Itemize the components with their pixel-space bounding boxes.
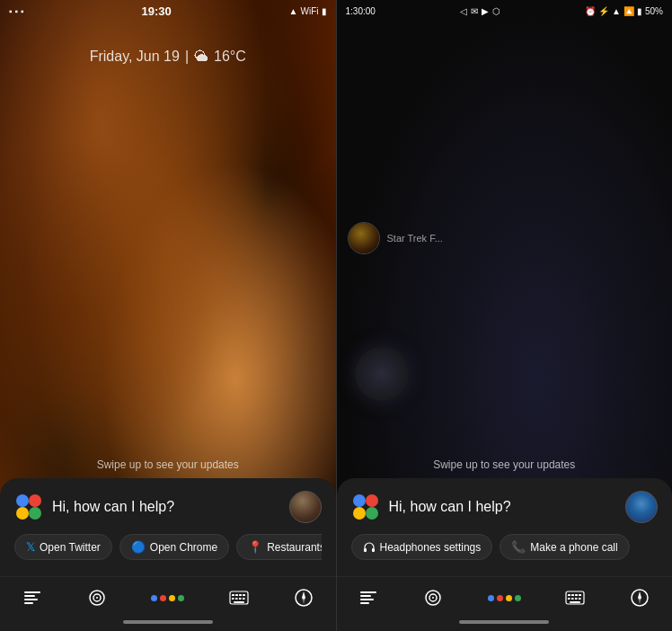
chip-twitter[interactable]: 𝕏 Open Twitter: [14, 534, 112, 560]
chip-headphones[interactable]: Headphones settings: [351, 534, 493, 560]
svg-rect-11: [243, 594, 245, 596]
camera-icon-right: [423, 588, 443, 608]
svg-rect-30: [568, 594, 570, 596]
toolbar-camera-btn-left[interactable]: [80, 584, 114, 611]
keyboard-icon-right: [565, 591, 585, 605]
svg-rect-25: [360, 602, 369, 604]
svg-rect-2: [24, 599, 38, 600]
headphones-chip-icon: [363, 541, 376, 554]
svg-rect-31: [571, 594, 574, 596]
swipe-hint-left: Swipe up to see your updates: [0, 458, 336, 478]
svg-rect-16: [234, 601, 244, 603]
home-bar-right: [459, 620, 549, 624]
signal-right-icon: ▲: [612, 6, 621, 16]
notification-icon-2: ▪: [15, 6, 19, 16]
chip-maps[interactable]: 📍 Restaurants near: [236, 534, 321, 560]
chip-headphones-label: Headphones settings: [380, 541, 482, 554]
home-indicator-right: [337, 617, 673, 631]
assistant-greeting-left: Hi, how can I help?: [52, 499, 280, 515]
twitter-icon: 𝕏: [26, 540, 35, 554]
notification-icon-1: ▪: [9, 6, 13, 16]
svg-rect-10: [239, 594, 242, 596]
toolbar-right: [337, 576, 673, 617]
svg-rect-38: [570, 601, 580, 603]
chip-maps-label: Restaurants near: [267, 541, 321, 554]
dot-red-r: [366, 494, 378, 507]
dot-tb-yellow-r: [506, 595, 512, 601]
alarm-icon: ⏰: [585, 6, 596, 16]
photos-icon: ⬡: [492, 6, 500, 16]
date-widget: Friday, Jun 19 | 🌥 16°C: [0, 49, 336, 65]
camera-icon-left: [87, 588, 107, 608]
yt-icon: ▶: [482, 6, 489, 16]
dot-green-r: [366, 507, 378, 520]
toolbar-camera-btn-right[interactable]: [416, 584, 450, 611]
weather-icon: 🌥: [194, 49, 208, 65]
battery-pct: 50%: [645, 6, 663, 16]
maps-icon: 📍: [248, 540, 262, 554]
album-art-image: [349, 223, 379, 253]
toolbar-feed-btn-right[interactable]: [351, 584, 385, 611]
svg-rect-15: [243, 598, 245, 600]
svg-rect-34: [568, 598, 570, 600]
nav-icon: ◁: [460, 6, 467, 16]
dot-blue-r: [353, 494, 366, 507]
compass-icon-right: [630, 588, 650, 608]
status-icons-right-left: ▲ WiFi ▮: [289, 6, 327, 16]
suggestion-chips-right: Headphones settings 📞 Make a phone call: [351, 534, 659, 560]
home-bar-left: [123, 620, 213, 624]
svg-rect-22: [360, 591, 376, 593]
google-dots-icon-right: [351, 493, 380, 521]
dot-tb-green-r: [515, 595, 521, 601]
svg-rect-23: [360, 595, 371, 597]
assistant-panel-left: Hi, how can I help? 𝕏 Open Twitter 🔵 Ope…: [0, 478, 336, 576]
status-right-icons: ⏰ ⚡ ▲ 🔼 ▮ 50%: [585, 6, 663, 16]
toolbar-keyboard-btn-right[interactable]: [558, 587, 592, 609]
toolbar-dots-btn-right[interactable]: [481, 591, 528, 605]
toolbar-feed-btn-left[interactable]: [15, 584, 49, 611]
phone-icon: 📞: [511, 540, 526, 554]
avatar-left[interactable]: [289, 491, 322, 523]
svg-point-6: [96, 597, 98, 599]
status-icons-left: ▪ ▪ ▪: [9, 6, 24, 16]
svg-rect-0: [24, 591, 40, 593]
dot-tb-red-r: [497, 595, 503, 601]
status-time-left: 19:30: [24, 4, 289, 18]
dot-green: [29, 507, 41, 520]
chip-twitter-label: Open Twitter: [40, 541, 101, 554]
toolbar-dots-btn-left[interactable]: [144, 591, 191, 605]
chip-chrome[interactable]: 🔵 Open Chrome: [119, 534, 229, 560]
wifi-icon: WiFi: [301, 6, 319, 16]
toolbar-compass-btn-left[interactable]: [287, 584, 321, 611]
left-phone: ▪ ▪ ▪ 19:30 ▲ WiFi ▮ Friday, Jun 19 | 🌥 …: [0, 0, 337, 631]
svg-rect-24: [360, 599, 374, 600]
svg-rect-33: [579, 594, 581, 596]
status-bar-right: 1:30:00 ◁ ✉ ▶ ⬡ ⏰ ⚡ ▲ 🔼 ▮ 50%: [337, 0, 673, 22]
bluetooth-icon: ⚡: [598, 6, 609, 16]
chip-phone-call[interactable]: 📞 Make a phone call: [500, 534, 629, 560]
dot-tb-blue: [151, 595, 157, 601]
feed-icon-right: [358, 588, 378, 608]
dot-tb-red: [160, 595, 166, 601]
status-center-icons: ◁ ✉ ▶ ⬡: [376, 6, 585, 16]
keyboard-icon-left: [229, 591, 249, 605]
date-separator: |: [185, 49, 189, 65]
album-art-thumb: [348, 222, 380, 254]
dot-tb-blue-r: [488, 595, 494, 601]
assistant-greeting-right: Hi, how can I help?: [389, 499, 617, 515]
dot-red: [29, 494, 41, 507]
right-phone: 1:30:00 ◁ ✉ ▶ ⬡ ⏰ ⚡ ▲ 🔼 ▮ 50% Star Trek …: [337, 0, 673, 631]
svg-rect-12: [232, 598, 234, 600]
svg-rect-8: [232, 594, 234, 596]
chip-chrome-label: Open Chrome: [150, 541, 217, 554]
svg-rect-32: [575, 594, 578, 596]
toolbar-keyboard-btn-left[interactable]: [222, 587, 256, 609]
svg-rect-1: [24, 595, 35, 597]
status-bar-left: ▪ ▪ ▪ 19:30 ▲ WiFi ▮: [0, 0, 336, 22]
avatar-right[interactable]: [625, 491, 658, 523]
home-indicator-left: [0, 617, 336, 631]
temperature-label: 16°C: [214, 49, 246, 65]
wifi-right-icon: 🔼: [623, 6, 634, 16]
toolbar-compass-btn-right[interactable]: [623, 584, 657, 611]
svg-rect-20: [364, 548, 367, 552]
